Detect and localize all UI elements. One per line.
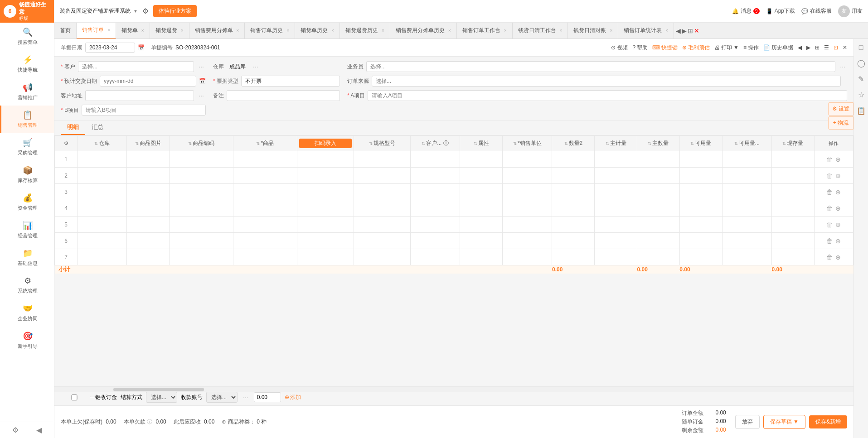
account-select[interactable]: 选择... (206, 392, 238, 403)
tab-close-8[interactable]: × (448, 28, 451, 33)
row-unit-4[interactable] (503, 217, 552, 233)
th-customer-attr[interactable]: ⇅客户... ⓘ (410, 136, 460, 151)
sidebar-item-2[interactable]: 📢营销推广 (0, 78, 54, 106)
row-copy-icon-0[interactable]: ⊕ (835, 156, 841, 163)
row-copy-icon-5[interactable]: ⊕ (835, 237, 841, 245)
row-main-unit-5[interactable] (595, 233, 637, 249)
one-click-checkbox[interactable] (61, 395, 88, 400)
tab-8[interactable]: 销售费用分摊单历史× (390, 23, 457, 39)
system-dropdown-icon[interactable]: ▼ (133, 9, 138, 14)
row-delete-icon-2[interactable]: 🗑 (826, 188, 833, 196)
row-stock-0[interactable] (772, 151, 815, 168)
row-qty2-6[interactable] (552, 249, 595, 265)
sidebar-item-5[interactable]: 📦库存核算 (0, 161, 54, 188)
row-spec-4[interactable] (354, 217, 410, 233)
row-code-6[interactable] (170, 249, 233, 265)
row-warehouse-0[interactable] (78, 151, 127, 168)
shortcut-action[interactable]: ⌨ 快捷键 (652, 44, 678, 52)
tab-close-2[interactable]: × (141, 28, 144, 33)
tab-close-9[interactable]: × (504, 28, 507, 33)
row-avail-6[interactable] (679, 249, 722, 265)
row-avail2-2[interactable] (722, 184, 771, 200)
sidebar-item-11[interactable]: 🎯新手引导 (0, 327, 54, 354)
row-main-unit-3[interactable] (595, 200, 637, 217)
row-customer-attr-2[interactable] (410, 184, 460, 200)
tab-2[interactable]: 销货单× (116, 23, 150, 39)
address-more-icon[interactable]: ··· (197, 92, 206, 99)
row-main-unit-6[interactable] (595, 249, 637, 265)
row-qty2-1[interactable] (552, 168, 595, 184)
row-delete-icon-6[interactable]: 🗑 (826, 254, 833, 261)
row-qty2-2[interactable] (552, 184, 595, 200)
customer-more-icon[interactable]: ··· (197, 63, 206, 70)
tab-close-1[interactable]: × (107, 28, 110, 33)
row-stock-1[interactable] (772, 168, 815, 184)
row-attr-3[interactable] (460, 200, 503, 217)
row-main-qty-5[interactable] (637, 233, 680, 249)
row-main-unit-2[interactable] (595, 184, 637, 200)
th-code[interactable]: ⇅商品编码 (170, 136, 233, 151)
th-warehouse[interactable]: ⇅仓库 (78, 136, 127, 151)
table-wrapper[interactable]: ⚙ ⇅仓库 ⇅商品图片 ⇅商品编码 ⇅*商品 扫码录入 ⇅规格型号 ⇅客户...… (54, 135, 853, 386)
row-delete-icon-4[interactable]: 🗑 (826, 221, 833, 228)
sidebar-item-8[interactable]: 📁基础信息 (0, 244, 54, 271)
row-main-unit-1[interactable] (595, 168, 637, 184)
tab-close-10[interactable]: × (560, 28, 563, 33)
row-main-qty-3[interactable] (637, 200, 680, 217)
row-barcode-4[interactable] (297, 217, 354, 233)
row-main-unit-0[interactable] (595, 151, 637, 168)
row-attr-5[interactable] (460, 233, 503, 249)
row-main-unit-4[interactable] (595, 217, 637, 233)
row-avail-2[interactable] (679, 184, 722, 200)
tab-12[interactable]: 销售订单统计表× (618, 23, 674, 39)
row-delete-icon-5[interactable]: 🗑 (826, 237, 833, 245)
invoice-select[interactable]: 不开票 (241, 76, 340, 87)
row-barcode-3[interactable] (297, 200, 354, 217)
operate-action[interactable]: ≡ 操作 (743, 44, 759, 52)
row-img-4[interactable] (127, 217, 170, 233)
row-stock-5[interactable] (772, 233, 815, 249)
row-product-0[interactable] (233, 151, 297, 168)
add-logistics-btn[interactable]: + 物流 (828, 116, 853, 130)
row-warehouse-2[interactable] (78, 184, 127, 200)
row-product-2[interactable] (233, 184, 297, 200)
row-attr-0[interactable] (460, 151, 503, 168)
row-spec-5[interactable] (354, 233, 410, 249)
row-barcode-5[interactable] (297, 233, 354, 249)
solution-button[interactable]: 体验行业方案 (153, 5, 197, 17)
row-warehouse-4[interactable] (78, 217, 127, 233)
rs-icon-1[interactable]: □ (857, 42, 865, 53)
sidebar-item-3[interactable]: 📋销售管理 (0, 106, 54, 133)
date-picker-icon[interactable]: 📅 (138, 44, 145, 51)
row-stock-6[interactable] (772, 249, 815, 265)
view-action[interactable]: ⊙ 视频 (611, 44, 628, 52)
th-settings[interactable]: ⚙ (55, 136, 78, 151)
row-qty2-4[interactable] (552, 217, 595, 233)
tab-3[interactable]: 销货退货× (150, 23, 189, 39)
tab-close-3[interactable]: × (181, 28, 184, 33)
row-avail2-6[interactable] (722, 249, 771, 265)
row-warehouse-1[interactable] (78, 168, 127, 184)
row-qty2-3[interactable] (552, 200, 595, 217)
row-product-3[interactable] (233, 200, 297, 217)
list-view-icon[interactable]: ☰ (824, 44, 829, 51)
row-code-5[interactable] (170, 233, 233, 249)
expand-icon[interactable]: ⊞ (815, 44, 820, 51)
row-copy-icon-3[interactable]: ⊕ (835, 205, 841, 212)
row-spec-6[interactable] (354, 249, 410, 265)
single-date-input[interactable] (85, 43, 135, 53)
row-product-6[interactable] (233, 249, 297, 265)
one-click-checkbox-label[interactable]: 一键收订金 (61, 394, 117, 401)
row-copy-icon-2[interactable]: ⊕ (835, 188, 841, 196)
tab-close-6[interactable]: × (331, 28, 334, 33)
sidebar-settings-icon[interactable]: ⚙ (12, 426, 19, 434)
row-stock-4[interactable] (772, 217, 815, 233)
nav-next-icon[interactable]: ▶ (806, 44, 810, 51)
row-avail2-5[interactable] (722, 233, 771, 249)
row-customer-attr-3[interactable] (410, 200, 460, 217)
th-barcode[interactable]: 扫码录入 (297, 136, 354, 151)
tab-close-7[interactable]: × (382, 28, 384, 33)
row-customer-attr-6[interactable] (410, 249, 460, 265)
row-barcode-0[interactable] (297, 151, 354, 168)
th-qty2[interactable]: ⇅数量2 (552, 136, 595, 151)
